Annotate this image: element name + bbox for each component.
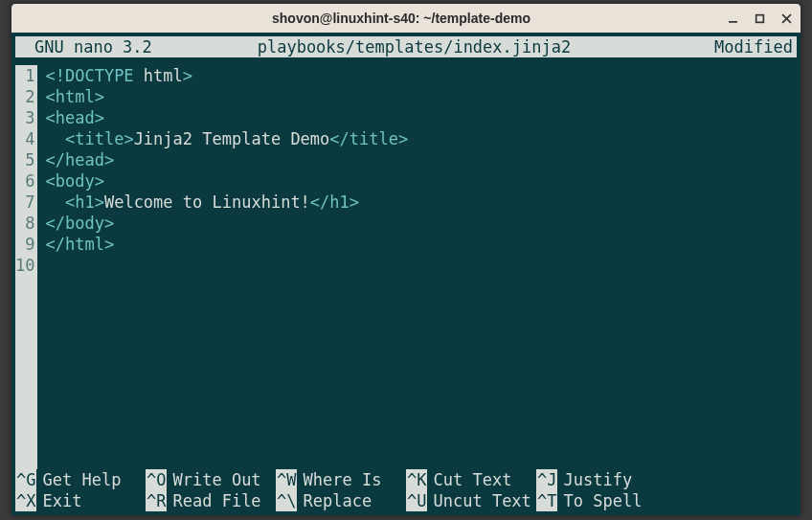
shortcut-key: ^J [536, 469, 557, 490]
line-number: 7 [15, 192, 35, 213]
code-line[interactable] [45, 255, 408, 276]
file-path: playbooks/templates/index.jinja2 [114, 36, 714, 57]
terminal-content[interactable]: GNU nano 3.2 playbooks/templates/index.j… [11, 33, 801, 515]
shortcut-key: ^\ [276, 490, 297, 511]
titlebar: shovon@linuxhint-s40: ~/template-demo [11, 4, 801, 33]
shortcut-item: ^WWhere Is [276, 469, 406, 490]
line-number: 8 [15, 213, 35, 234]
code-line[interactable]: </head> [45, 149, 408, 170]
shortcut-key: ^O [146, 469, 167, 490]
shortcut-item: ^JJustify [536, 469, 666, 490]
shortcut-key: ^K [406, 469, 427, 490]
line-number: 1 [15, 65, 35, 86]
code-line[interactable]: <html> [45, 86, 408, 107]
terminal-window: shovon@linuxhint-s40: ~/template-demo GN… [11, 4, 801, 515]
shortcut-label: Get Help [42, 469, 121, 490]
shortcut-label: Write Out [172, 469, 260, 490]
line-number: 10 [15, 255, 35, 276]
shortcut-item: ^TTo Spell [536, 490, 666, 511]
shortcut-key: ^X [15, 490, 36, 511]
line-number: 4 [15, 128, 35, 149]
line-number: 6 [15, 170, 35, 192]
shortcut-label: Read File [172, 490, 260, 511]
shortcut-item: ^GGet Help [15, 469, 146, 490]
line-number: 3 [15, 107, 35, 128]
svg-rect-1 [756, 14, 763, 22]
shortcut-item: ^OWrite Out [146, 469, 276, 490]
code-content[interactable]: <!DOCTYPE html><html><head> <title>Jinja… [37, 65, 408, 469]
window-controls [726, 11, 793, 25]
code-line[interactable]: <head> [45, 107, 408, 128]
shortcut-item: ^UUncut Text [406, 490, 536, 511]
shortcut-label: Exit [42, 490, 81, 511]
code-line[interactable]: <body> [45, 170, 408, 192]
shortcut-item: ^XExit [15, 490, 146, 511]
shortcut-label: To Spell [563, 490, 642, 511]
shortcut-key: ^G [15, 469, 36, 490]
close-icon[interactable] [779, 11, 793, 25]
code-line[interactable]: <h1>Welcome to Linuxhint!</h1> [45, 192, 408, 213]
shortcut-label: Where Is [303, 469, 381, 490]
line-number: 2 [15, 86, 35, 107]
shortcut-key: ^U [406, 490, 427, 511]
minimize-icon[interactable] [726, 11, 739, 25]
file-status: Modified [714, 36, 793, 57]
shortcut-label: Replace [303, 490, 372, 511]
shortcut-key: ^W [276, 469, 297, 490]
code-line[interactable]: </html> [45, 234, 408, 255]
code-line[interactable]: <!DOCTYPE html> [45, 65, 408, 86]
shortcut-item: ^KCut Text [406, 469, 536, 490]
editor-area[interactable]: 12345678910 <!DOCTYPE html><html><head> … [15, 65, 797, 469]
nano-header: GNU nano 3.2 playbooks/templates/index.j… [15, 36, 797, 57]
window-title: shovon@linuxhint-s40: ~/template-demo [77, 11, 726, 26]
code-line[interactable]: </body> [45, 213, 408, 234]
line-number-gutter: 12345678910 [15, 65, 37, 469]
shortcut-item: ^RRead File [146, 490, 276, 511]
shortcut-label: Uncut Text [433, 490, 530, 511]
maximize-icon[interactable] [753, 11, 766, 25]
shortcut-bar: ^GGet Help^XExit^OWrite Out^RRead File^W… [15, 469, 797, 511]
shortcut-label: Cut Text [433, 469, 511, 490]
shortcut-item: ^\Replace [276, 490, 406, 511]
shortcut-key: ^T [536, 490, 557, 511]
shortcut-label: Justify [563, 469, 632, 490]
line-number: 5 [15, 149, 35, 170]
code-line[interactable]: <title>Jinja2 Template Demo</title> [45, 128, 408, 149]
line-number: 9 [15, 234, 35, 255]
shortcut-key: ^R [146, 490, 167, 511]
